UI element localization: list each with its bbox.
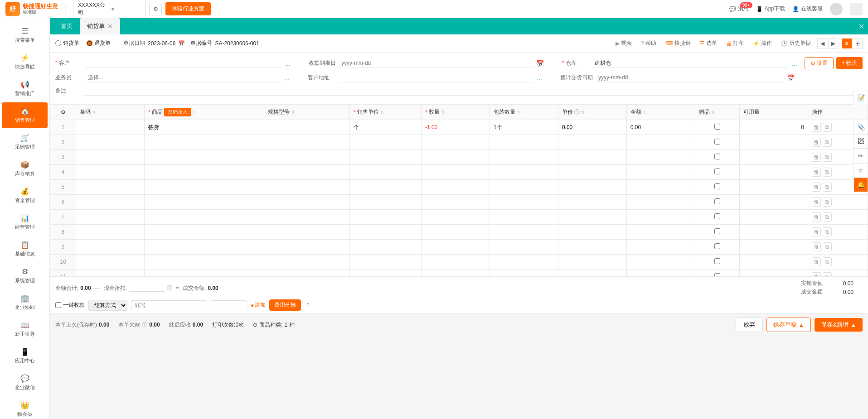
calendar-icon[interactable]: 📅 <box>178 40 185 47</box>
cell-unit-7[interactable] <box>350 225 422 240</box>
cell-price-5[interactable] <box>558 195 626 210</box>
delete-row-btn-9[interactable]: 🗑 <box>812 257 821 266</box>
cell-barcode-3[interactable] <box>76 165 145 180</box>
cell-spec-7[interactable] <box>264 225 350 240</box>
cell-quantity-9[interactable] <box>421 255 490 270</box>
cell-product-6[interactable] <box>145 210 264 225</box>
close-all-tabs-button[interactable]: ✕ <box>858 22 864 31</box>
cell-barcode-4[interactable] <box>76 180 145 195</box>
sidebar-item-wechat[interactable]: 💬 企业微信 <box>2 370 48 395</box>
cell-barcode-5[interactable] <box>76 195 145 210</box>
discount-help-icon[interactable]: ⓘ <box>167 284 172 292</box>
radio-return-input[interactable] <box>87 40 92 46</box>
delivery-date-input[interactable] <box>596 73 784 82</box>
copy-row-btn-6[interactable]: ⧉ <box>823 212 832 222</box>
save-draft-button[interactable]: 保存草稿 ▲ <box>766 318 811 332</box>
cell-unit-4[interactable] <box>350 180 422 195</box>
sidebar-item-app-center[interactable]: 📱 应用中心 <box>2 343 48 369</box>
cell-unit-5[interactable] <box>350 195 422 210</box>
delete-row-btn-5[interactable]: 🗑 <box>812 197 821 207</box>
cell-barcode-9[interactable] <box>76 255 145 270</box>
collection-due-input[interactable] <box>339 58 533 68</box>
cell-gift-4[interactable] <box>695 180 739 195</box>
add-payment-button[interactable]: ● 添加 <box>251 301 266 309</box>
cell-gift-2[interactable] <box>695 150 739 165</box>
cell-unit-8[interactable] <box>350 240 422 255</box>
cell-quantity-5[interactable] <box>421 195 490 210</box>
cell-quantity-10[interactable] <box>421 270 490 277</box>
sidebar-item-purchase[interactable]: 🛒 采购管理 <box>2 129 48 155</box>
cell-spec-8[interactable] <box>264 240 350 255</box>
gear-col-icon[interactable]: ⚙ <box>61 109 66 116</box>
cell-barcode-0[interactable] <box>76 120 145 135</box>
delivery-calendar-icon[interactable]: 📅 <box>787 74 795 82</box>
cell-barcode-10[interactable] <box>76 270 145 277</box>
copy-row-btn-7[interactable]: ⧉ <box>823 227 832 236</box>
cell-spec-4[interactable] <box>264 180 350 195</box>
delete-row-btn-0[interactable]: 🗑 <box>812 123 821 132</box>
cell-price-3[interactable] <box>558 165 626 180</box>
discard-button[interactable]: 放弃 <box>736 318 763 332</box>
cell-spec-5[interactable] <box>264 195 350 210</box>
list-view-btn[interactable]: ≡ <box>842 39 852 48</box>
remark-input[interactable] <box>82 86 863 96</box>
customer-address-dots[interactable]: ... <box>537 74 542 82</box>
fee-split-button[interactable]: 费用分摊 <box>269 299 301 311</box>
tab-close-icon[interactable]: ✕ <box>107 23 113 30</box>
sidebar-item-finance[interactable]: 💰 资金管理 <box>2 183 48 208</box>
settlement-method-select[interactable]: 结算方式 <box>88 300 127 311</box>
cell-quantity-8[interactable] <box>421 240 490 255</box>
cell-gift-5[interactable] <box>695 195 739 210</box>
cell-price-9[interactable] <box>558 255 626 270</box>
sidebar-item-operations[interactable]: 📊 经营管理 <box>2 209 48 235</box>
cell-spec-1[interactable] <box>264 135 350 150</box>
cell-product-7[interactable] <box>145 225 264 240</box>
cell-barcode-2[interactable] <box>76 150 145 165</box>
one-click-payment-checkbox[interactable]: 一键收款 <box>55 301 85 309</box>
cell-barcode-6[interactable] <box>76 210 145 225</box>
cell-product-9[interactable] <box>145 255 264 270</box>
float-action-btn[interactable]: 🔔 <box>853 178 868 192</box>
cell-gift-8[interactable] <box>695 240 739 255</box>
cell-quantity-4[interactable] <box>421 180 490 195</box>
sidebar-item-marketing[interactable]: 📢 营销推广 <box>2 76 48 101</box>
cell-unit-3[interactable] <box>350 165 422 180</box>
sidebar-item-guide[interactable]: 📖 新手引导 <box>2 316 48 342</box>
cell-product-2[interactable] <box>145 150 264 165</box>
cell-price-2[interactable] <box>558 150 626 165</box>
delete-row-btn-6[interactable]: 🗑 <box>812 212 821 222</box>
cell-barcode-8[interactable] <box>76 240 145 255</box>
experience-button[interactable]: 体验行业方案 <box>165 2 211 15</box>
cell-quantity-1[interactable] <box>421 135 490 150</box>
cell-quantity-2[interactable] <box>421 150 490 165</box>
copy-row-btn-1[interactable]: ⧉ <box>823 138 832 147</box>
copy-row-btn-4[interactable]: ⧉ <box>823 183 832 192</box>
print-btn[interactable]: 🖨 打印 <box>723 38 747 48</box>
fee-help-icon[interactable]: ? <box>306 302 310 308</box>
delete-row-btn-4[interactable]: 🗑 <box>812 183 821 192</box>
cell-product-10[interactable] <box>145 270 264 277</box>
amount-input[interactable] <box>211 300 247 310</box>
cell-unit-2[interactable] <box>350 150 422 165</box>
company-selector[interactable]: XXXXXX公司 ▼ <box>73 0 145 19</box>
cell-spec-3[interactable] <box>264 165 350 180</box>
cell-product-0[interactable] <box>145 120 264 135</box>
user-menu[interactable] <box>850 3 863 15</box>
warehouse-input[interactable]: 建材仓 <box>592 58 788 68</box>
cell-gift-9[interactable] <box>695 255 739 270</box>
copy-row-btn-9[interactable]: ⧉ <box>823 257 832 266</box>
logistics-button[interactable]: + 物流 <box>836 57 863 69</box>
cell-unit-1[interactable] <box>350 135 422 150</box>
cell-price-10[interactable] <box>558 270 626 277</box>
delete-row-btn-7[interactable]: 🗑 <box>812 227 821 236</box>
cell-price-8[interactable] <box>558 240 626 255</box>
float-attachment-btn[interactable]: 📎 <box>853 120 868 134</box>
help-btn[interactable]: ? 帮助 <box>638 38 659 48</box>
copy-row-btn-5[interactable]: ⧉ <box>823 197 832 207</box>
sidebar-item-sales[interactable]: 🏠 销售管理 <box>2 102 48 128</box>
cell-quantity-0[interactable] <box>421 120 490 135</box>
cell-product-3[interactable] <box>145 165 264 180</box>
cell-spec-9[interactable] <box>264 255 350 270</box>
copy-row-btn-10[interactable]: ⧉ <box>823 272 832 276</box>
cell-quantity-7[interactable] <box>421 225 490 240</box>
